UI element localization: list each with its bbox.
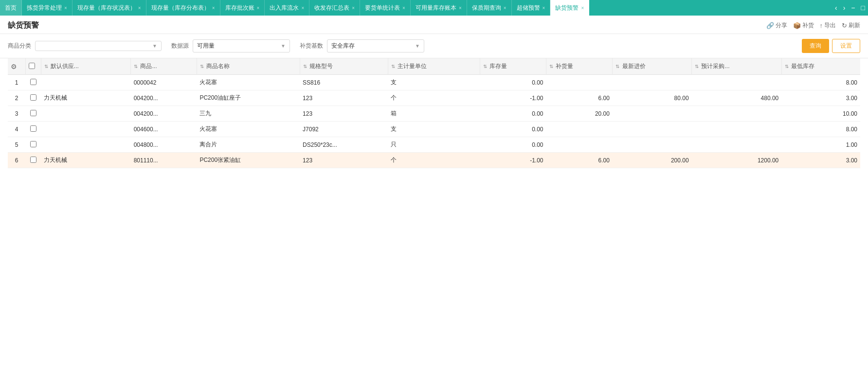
th-replenish[interactable]: ⇅ 补货量 [546,58,613,75]
th-stock[interactable]: ⇅ 库存量 [480,58,546,75]
datasource-select-arrow-icon: ▼ [281,43,286,49]
row-checkbox[interactable] [30,141,36,147]
row-checkbox[interactable] [30,110,36,116]
row-latest-price [613,75,692,90]
tab-close-flow[interactable]: × [301,5,304,11]
page-title: 缺货预警 [8,20,39,31]
header-actions: 🔗 分享 📦 补货 ↑ 导出 ↻ 刷新 [766,21,861,30]
tab-flow[interactable]: 出入库流水 × [265,0,309,16]
tab-stock-status[interactable]: 现存量（库存状况表） × [72,0,146,16]
query-button[interactable]: 查询 [802,39,829,53]
tab-close-stock-status[interactable]: × [138,5,141,11]
category-select[interactable]: ▼ [35,41,162,51]
th-settings: ⚙ [8,58,25,75]
row-checkbox-cell [25,137,41,153]
tab-next-button[interactable]: › [840,0,849,16]
row-unit: 只 [388,137,480,153]
tab-expiry[interactable]: 保质期查询 × [467,0,512,16]
tab-close-abnormal[interactable]: × [64,5,67,11]
page-header: 缺货预警 🔗 分享 📦 补货 ↑ 导出 ↻ 刷新 [0,16,868,34]
row-est-purchase [692,75,782,90]
row-est-purchase: 480.00 [692,90,782,106]
tab-minimize-button[interactable]: − [848,0,858,16]
column-settings-icon[interactable]: ⚙ [11,63,17,70]
row-min-stock: 3.00 [781,153,860,168]
sort-latest-price-icon: ⇅ [615,64,619,69]
row-product-code: 004200... [131,90,197,106]
tab-prev-button[interactable]: ‹ [832,0,840,16]
row-checkbox-cell [25,90,41,106]
th-product-name[interactable]: ⇅ 商品名称 [197,58,300,75]
sort-stock-icon: ⇅ [483,64,487,69]
row-settings-cell: 6 [8,153,25,168]
replenish-base-select-value: 安全库存 [331,42,413,50]
datasource-select[interactable]: 可用量 ▼ [193,39,290,53]
th-min-stock[interactable]: ⇅ 最低库存 [781,58,860,75]
tab-home[interactable]: 首页 [0,0,22,16]
row-product-name: PC200油缸座子 [197,90,300,106]
row-checkbox[interactable] [30,157,36,163]
tab-summary[interactable]: 收发存汇总表 × [309,0,360,16]
main-content: 缺货预警 🔗 分享 📦 补货 ↑ 导出 ↻ 刷新 商品分类 [0,16,868,387]
tab-close-stock-dist[interactable]: × [212,5,215,11]
row-checkbox[interactable] [30,125,36,132]
tab-close-order-stat[interactable]: × [402,5,405,11]
tab-available[interactable]: 可用量库存账本 × [411,0,467,16]
tab-stock-dist[interactable]: 现存量（库存分布表） × [146,0,220,16]
export-button[interactable]: ↑ 导出 [820,21,836,30]
replenish-base-filter-label: 补货基数 [300,42,323,50]
row-replenish: 6.00 [546,90,613,106]
row-product-name: 火花塞 [197,122,300,137]
th-spec[interactable]: ⇅ 规格型号 [300,58,388,75]
th-est-purchase[interactable]: ⇅ 预计采购... [692,58,782,75]
replenish-button[interactable]: 📦 补货 [793,21,814,30]
tab-close-summary[interactable]: × [352,5,355,11]
tab-close-overstock[interactable]: × [542,5,545,11]
settings-button[interactable]: 设置 [832,39,860,53]
row-checkbox-cell [25,153,41,168]
row-supplier: 力天机械 [41,90,131,106]
row-supplier [41,122,131,137]
select-all-checkbox[interactable] [29,63,35,69]
category-filter-group: 商品分类 ▼ [8,41,162,51]
tab-shortage[interactable]: 缺货预警 × [550,0,589,16]
th-supplier[interactable]: ⇅ 默认供应... [41,58,131,75]
datasource-filter-label: 数据源 [171,42,189,50]
refresh-button[interactable]: ↻ 刷新 [842,21,860,30]
th-latest-price[interactable]: ⇅ 最新进价 [613,58,692,75]
row-stock: 0.00 [480,137,546,153]
row-replenish: 20.00 [546,106,613,122]
category-filter-label: 商品分类 [8,42,31,50]
row-latest-price [613,106,692,122]
row-checkbox[interactable] [30,94,36,101]
share-button[interactable]: 🔗 分享 [766,21,787,30]
row-supplier: 力天机械 [41,153,131,168]
tab-close-batch[interactable]: × [257,5,260,11]
row-replenish [546,137,613,153]
tab-batch[interactable]: 库存批次账 × [220,0,265,16]
tab-maximize-button[interactable]: □ [858,0,868,16]
row-est-purchase [692,106,782,122]
tab-abnormal[interactable]: 拣货异常处理 × [22,0,72,16]
tab-overstock[interactable]: 超储预警 × [512,0,551,16]
tab-order-stat[interactable]: 要货单统计表 × [360,0,411,16]
table-row: 6 力天机械 801110... PC200张紧油缸 123 个 -1.00 6… [8,153,860,168]
sort-est-purchase-icon: ⇅ [695,64,699,69]
row-stock: -1.00 [480,90,546,106]
row-supplier [41,137,131,153]
row-spec: DS250*23c... [300,137,388,153]
tab-close-available[interactable]: × [459,5,462,11]
datasource-select-value: 可用量 [197,42,279,50]
table-row: 4 004600... 火花塞 J7092 支 0.00 8.00 [8,122,860,137]
th-checkbox [25,58,41,75]
row-checkbox[interactable] [30,79,36,85]
th-product-code[interactable]: ⇅ 商品... [131,58,197,75]
tab-close-shortage[interactable]: × [581,5,584,11]
tab-bar: 首页 拣货异常处理 × 现存量（库存状况表） × 现存量（库存分布表） × 库存… [0,0,868,16]
replenish-base-select[interactable]: 安全库存 ▼ [327,39,424,53]
th-unit[interactable]: ⇅ 主计量单位 [388,58,480,75]
row-product-name: PC200张紧油缸 [197,153,300,168]
row-min-stock: 8.00 [781,122,860,137]
tab-close-expiry[interactable]: × [504,5,506,11]
row-checkbox-cell [25,75,41,90]
